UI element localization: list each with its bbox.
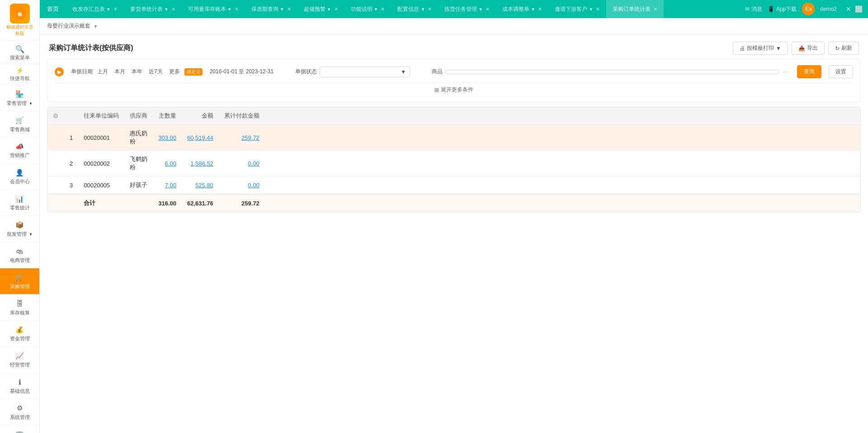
- page-header: 采购订单统计表(按供应商) 🖨 按模板打印 ▼ 📤 导出 ↻ 刷新: [40, 34, 868, 59]
- tab-close-icon[interactable]: ✕: [653, 6, 657, 12]
- td-paid-amount[interactable]: 0.00: [219, 176, 265, 195]
- tab-close-icon[interactable]: ✕: [381, 6, 385, 12]
- sidebar-item-wholesale[interactable]: 📦 批发管理 ▼: [0, 216, 39, 242]
- td-quantity[interactable]: 7.00: [153, 176, 182, 195]
- sub-header: 母婴行业演示账套 ▼: [40, 18, 868, 34]
- date-label: 单据日期: [71, 68, 93, 76]
- tab-kuyun[interactable]: 可用量库存账本 ▼ ✕: [182, 0, 245, 18]
- close-window-btn[interactable]: ✕: [846, 5, 851, 13]
- app-icon: 📱: [768, 6, 774, 12]
- tab-close-icon[interactable]: ✕: [235, 6, 239, 12]
- tab-gongneng[interactable]: 功能说明 ▼ ✕: [344, 0, 392, 18]
- date-last-month-btn[interactable]: 上月: [95, 67, 110, 76]
- sidebar-item-member[interactable]: 👤 会员中心: [0, 164, 39, 190]
- date-this-month-btn[interactable]: 本月: [113, 67, 127, 76]
- filter-toggle-btn[interactable]: ▶: [55, 67, 64, 76]
- retail-shop-icon: 🛒: [15, 116, 24, 125]
- tab-yaohuo[interactable]: 要货单统计表 ▼ ✕: [124, 0, 182, 18]
- tab-close-icon[interactable]: ✕: [486, 6, 490, 12]
- svg-text:畅: 畅: [18, 12, 22, 17]
- sidebar-item-label: 零售管理 ▼: [7, 100, 33, 107]
- sidebar-item-purchase[interactable]: 🛒 采购管理: [0, 268, 39, 295]
- tab-chengben[interactable]: 成本调整单 ▼ ✕: [496, 0, 548, 18]
- sidebar-item-finance[interactable]: 💰 资金管理: [0, 321, 39, 347]
- quick-nav[interactable]: ⚡ 快捷导航: [0, 64, 39, 85]
- tab-close-icon[interactable]: ✕: [171, 6, 175, 12]
- tab-caigou-active[interactable]: 采购订单统计表 ✕: [606, 0, 664, 18]
- logo-icon: 畅: [10, 4, 30, 24]
- sidebar-item-marketing[interactable]: 📣 营销推广: [0, 138, 39, 164]
- expand-more-btn[interactable]: ⊞ 展开更多条件: [55, 83, 853, 96]
- tab-label: 超储预警: [304, 5, 326, 13]
- sidebar-item-retail-mgmt[interactable]: 🏪 零售管理 ▼: [0, 85, 39, 111]
- tab-jianhuo[interactable]: 拣货任务管理 ▼ ✕: [438, 0, 496, 18]
- tab-label: 保质期查询: [251, 5, 278, 13]
- th-supplier-name: 供应商: [124, 107, 153, 125]
- sidebar-item-operations[interactable]: 📈 经营管理: [0, 347, 39, 373]
- retail-stats-icon: 📊: [15, 195, 24, 204]
- query-btn[interactable]: 查询: [797, 65, 821, 78]
- app-download-btn[interactable]: 📱 App下载: [768, 5, 797, 13]
- tab-chaochuyujing[interactable]: 超储预警 ▼ ✕: [297, 0, 344, 18]
- th-quantity: 主数量: [153, 107, 182, 125]
- td-paid-amount[interactable]: 259.72: [219, 125, 265, 151]
- app-logo[interactable]: 畅 畅捷通好生意 标版: [0, 0, 39, 40]
- maximize-window-btn[interactable]: ⬜: [855, 5, 863, 13]
- export-btn[interactable]: 📤 导出: [792, 42, 825, 55]
- print-btn[interactable]: 🖨 按模板打印 ▼: [733, 42, 788, 55]
- date-more-btn[interactable]: 更多: [167, 67, 182, 76]
- td-quantity[interactable]: 6.00: [153, 151, 182, 176]
- column-settings-icon[interactable]: ⚙: [53, 112, 59, 119]
- td-quantity[interactable]: 303.00: [153, 125, 182, 151]
- tab-peizhi[interactable]: 配置信息 ▼ ✕: [391, 0, 438, 18]
- td-index: 3: [64, 176, 78, 195]
- td-extra: [265, 151, 860, 176]
- sidebar-item-ecommerce[interactable]: 🛍 电商管理: [0, 243, 39, 269]
- sidebar-item-retail-shop[interactable]: 🛒 零售商城: [0, 111, 39, 138]
- tab-close-icon[interactable]: ✕: [538, 6, 542, 12]
- wholesale-icon: 📦: [15, 220, 24, 229]
- td-amount[interactable]: 525.80: [182, 176, 219, 195]
- date-this-year-btn[interactable]: 本年: [130, 67, 144, 76]
- nav-icon: ⚡: [16, 67, 24, 74]
- td-supplier-name: 好孩子: [124, 176, 153, 195]
- home-tab[interactable]: 首页: [40, 0, 66, 18]
- status-select[interactable]: ▼: [320, 67, 410, 77]
- workspace-selector[interactable]: 母婴行业演示账套 ▼: [47, 22, 98, 30]
- export-label: 导出: [807, 44, 818, 52]
- tab-label: 邀请下游客户: [555, 5, 587, 13]
- date-quick-buttons: 上月 本月 本年 近7天 更多 自定义: [95, 67, 203, 76]
- table-body: 1 00020001 惠氏奶粉 303.00 60,519.44 259.72 …: [47, 125, 860, 195]
- td-settings: [47, 125, 64, 151]
- sidebar-item-system[interactable]: ⚙ 系统管理: [0, 399, 39, 425]
- sidebar-search[interactable]: 🔍 搜索菜单: [0, 40, 39, 64]
- message-btn[interactable]: ✉ 消息: [745, 5, 762, 13]
- date-7days-btn[interactable]: 近7天: [147, 67, 165, 76]
- tab-shoufacun[interactable]: 收发存汇总表 ▼ ✕: [66, 0, 124, 18]
- td-amount[interactable]: 60,519.44: [182, 125, 219, 151]
- td-settings: [47, 176, 64, 195]
- tab-close-icon[interactable]: ✕: [428, 6, 432, 12]
- sidebar-item-enterprise[interactable]: 🏢 企业协同: [0, 425, 39, 433]
- message-icon: ✉: [745, 6, 750, 12]
- goods-more-icon[interactable]: ···: [782, 69, 790, 75]
- tab-yaoqing[interactable]: 邀请下游客户 ▼ ✕: [548, 0, 606, 18]
- tab-close-icon[interactable]: ✕: [334, 6, 338, 12]
- tab-baozhi[interactable]: 保质期查询 ▼ ✕: [245, 0, 297, 18]
- sidebar-item-basic-info[interactable]: ℹ 基础信息: [0, 373, 39, 400]
- tab-label: 拣货任务管理: [444, 5, 477, 13]
- td-extra: [265, 125, 860, 151]
- td-paid-amount[interactable]: 0.00: [219, 151, 265, 176]
- filter-row-1: ▶ 单据日期 上月 本月 本年 近7天 更多 自定义 2016-01-01 至 …: [55, 65, 853, 78]
- user-avatar[interactable]: Ea: [802, 3, 815, 15]
- tab-close-icon[interactable]: ✕: [596, 6, 600, 12]
- sidebar-item-retail-stats[interactable]: 📊 零售统计: [0, 190, 39, 216]
- sidebar-item-inventory[interactable]: 🗄 库存核算: [0, 295, 39, 321]
- tab-close-icon[interactable]: ✕: [287, 6, 291, 12]
- refresh-btn[interactable]: ↻ 刷新: [828, 42, 859, 55]
- sidebar: 畅 畅捷通好生意 标版 🔍 搜索菜单 ⚡ 快捷导航 🏪 零售管理 ▼ 🛒 零售商…: [0, 0, 40, 433]
- tab-close-icon[interactable]: ✕: [113, 6, 118, 12]
- goods-input[interactable]: [445, 70, 779, 74]
- settings-btn[interactable]: 设置: [829, 65, 853, 78]
- td-amount[interactable]: 1,586.52: [182, 151, 219, 176]
